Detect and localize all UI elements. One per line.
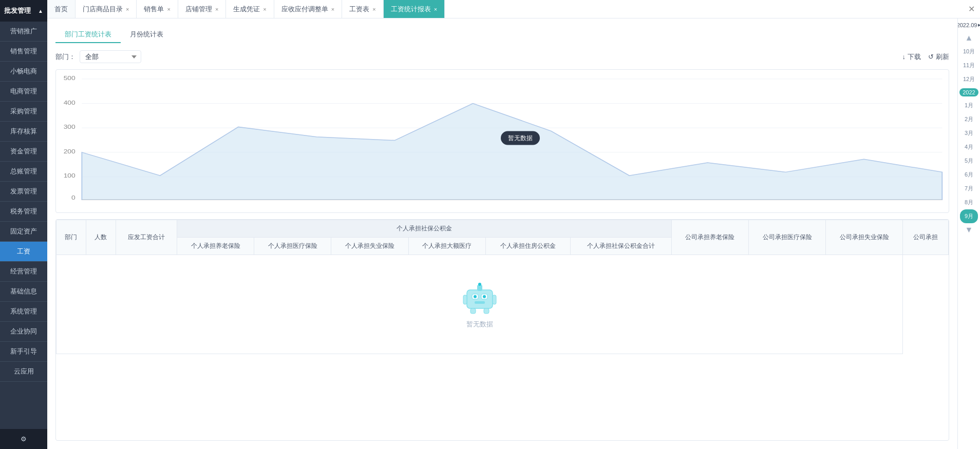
sidebar-item-云应用[interactable]: 云应用 [0, 362, 47, 382]
tab-label: 店铺管理 [185, 5, 212, 14]
tab-label: 工资表 [349, 5, 369, 14]
tab-label: 销售单 [144, 5, 164, 14]
sidebar: 批发管理 ▲ 营销推广销售管理小畅电商电商管理采购管理库存核算资金管理总账管理发… [0, 0, 47, 449]
table-wrapper[interactable]: 部门 人数 应发工资合计 个人承担社保公积金 公司承担养老保险 公司承担医疗保险… [55, 219, 949, 441]
tab-close-icon[interactable]: × [263, 6, 266, 12]
timeline-month-4[interactable]: 4月 [958, 140, 980, 154]
sidebar-item-电商管理[interactable]: 电商管理 [0, 82, 47, 102]
refresh-icon: ↺ [928, 53, 934, 61]
th-personal-pension: 个人承担养老保险 [177, 238, 254, 255]
tab-label: 工资统计报表 [391, 5, 431, 14]
sidebar-item-小畅电商[interactable]: 小畅电商 [0, 62, 47, 82]
sidebar-item-经营管理[interactable]: 经营管理 [0, 262, 47, 282]
download-button[interactable]: ↓ 下载 [902, 52, 921, 62]
table-empty-cell: 暂无数据 [56, 255, 903, 354]
timeline-month-6[interactable]: 6月 [958, 168, 980, 182]
timeline-year-badge[interactable]: 2022 [959, 88, 978, 96]
sidebar-title: 批发管理 [4, 6, 31, 15]
timeline-month-8[interactable]: 8月 [958, 196, 980, 209]
dept-select[interactable]: 全部 [80, 50, 141, 63]
th-personal-unemployment: 个人承担失业保险 [331, 238, 408, 255]
tab-close-icon[interactable]: × [215, 6, 218, 12]
svg-text:400: 400 [64, 100, 76, 106]
dept-label: 部门： [55, 52, 76, 62]
sub-tab-部门工资统计表[interactable]: 部门工资统计表 [55, 27, 121, 43]
empty-icon [459, 280, 500, 316]
svg-rect-23 [493, 295, 496, 304]
tab-close-icon[interactable]: × [167, 6, 170, 12]
sidebar-item-企业协同[interactable]: 企业协同 [0, 322, 47, 342]
th-count: 人数 [86, 220, 116, 255]
sidebar-item-固定资产[interactable]: 固定资产 [0, 222, 47, 242]
sub-tabs: 部门工资统计表月份统计表 [55, 27, 949, 43]
th-personal-social: 个人承担社保公积金 [177, 220, 671, 238]
close-all-button[interactable]: ✕ [963, 4, 980, 14]
tab-label: 首页 [54, 5, 68, 14]
th-personal-total: 个人承担社保公积金合计 [571, 238, 671, 255]
download-icon: ↓ [902, 53, 906, 61]
svg-text:500: 500 [64, 75, 76, 81]
svg-rect-22 [463, 295, 467, 304]
sidebar-item-库存核算[interactable]: 库存核算 [0, 122, 47, 142]
tab-close-icon[interactable]: × [434, 6, 437, 12]
timeline-month-3[interactable]: 3月 [958, 126, 980, 140]
close-all-icon: ✕ [968, 4, 975, 14]
th-company-unemployment: 公司承担失业保险 [826, 220, 903, 255]
sidebar-header[interactable]: 批发管理 ▲ [0, 0, 47, 22]
tab-工资表[interactable]: 工资表× [342, 0, 383, 18]
sidebar-item-总账管理[interactable]: 总账管理 [0, 162, 47, 182]
timeline-panel: 2022.09 ▸ ▲ 10月 11月 12月 2022 1月 2月 3月 4月… [957, 18, 980, 449]
settings-icon: ⚙ [21, 435, 27, 443]
tab-店铺管理[interactable]: 店铺管理× [178, 0, 226, 18]
sidebar-footer[interactable]: ⚙ [0, 429, 47, 449]
timeline-month-11[interactable]: 11月 [958, 58, 980, 72]
timeline-month-7[interactable]: 7月 [958, 182, 980, 196]
sidebar-items: 营销推广销售管理小畅电商电商管理采购管理库存核算资金管理总账管理发票管理税务管理… [0, 22, 47, 382]
th-company-medical: 公司承担医疗保险 [748, 220, 825, 255]
sidebar-item-基础信息[interactable]: 基础信息 [0, 282, 47, 302]
sidebar-item-营销推广[interactable]: 营销推广 [0, 22, 47, 42]
timeline-month-12[interactable]: 12月 [958, 72, 980, 86]
timeline-month-1[interactable]: 1月 [958, 99, 980, 112]
sidebar-item-发票管理[interactable]: 发票管理 [0, 182, 47, 202]
tab-首页[interactable]: 首页 [47, 0, 76, 18]
sidebar-item-销售管理[interactable]: 销售管理 [0, 42, 47, 62]
svg-rect-25 [484, 308, 489, 314]
tab-应收应付调整单[interactable]: 应收应付调整单× [274, 0, 342, 18]
sidebar-item-税务管理[interactable]: 税务管理 [0, 202, 47, 222]
tab-label: 门店商品目录 [83, 5, 123, 14]
timeline-month-9[interactable]: 9月 [960, 209, 978, 223]
svg-text:300: 300 [64, 124, 76, 130]
tab-close-icon[interactable]: × [126, 6, 129, 12]
timeline-chevron-icon: ▸ [978, 22, 980, 28]
timeline-month-2[interactable]: 2月 [958, 112, 980, 126]
sidebar-item-资金管理[interactable]: 资金管理 [0, 142, 47, 162]
tab-close-icon[interactable]: × [372, 6, 375, 12]
tab-close-icon[interactable]: × [331, 6, 334, 12]
timeline-down-arrow[interactable]: ▼ [963, 223, 975, 237]
th-total-wage: 应发工资合计 [116, 220, 177, 255]
tab-门店商品目录[interactable]: 门店商品目录× [76, 0, 137, 18]
sidebar-toggle-icon: ▲ [38, 8, 43, 14]
sidebar-item-系统管理[interactable]: 系统管理 [0, 302, 47, 322]
download-label: 下载 [908, 52, 921, 62]
timeline-month-5[interactable]: 5月 [958, 154, 980, 168]
toolbar-left: 部门： 全部 [55, 50, 141, 63]
sidebar-item-新手引导[interactable]: 新手引导 [0, 342, 47, 362]
main-area: 首页门店商品目录×销售单×店铺管理×生成凭证×应收应付调整单×工资表×工资统计报… [47, 0, 980, 449]
tab-销售单[interactable]: 销售单× [137, 0, 178, 18]
tab-工资统计报表[interactable]: 工资统计报表× [384, 0, 445, 18]
tab-生成凭证[interactable]: 生成凭证× [226, 0, 274, 18]
toolbar: 部门： 全部 ↓ 下载 ↺ 刷新 [55, 50, 949, 63]
svg-point-18 [483, 295, 486, 298]
timeline-up-arrow[interactable]: ▲ [963, 31, 975, 45]
sidebar-item-工资[interactable]: 工资 [0, 242, 47, 262]
sidebar-item-采购管理[interactable]: 采购管理 [0, 102, 47, 122]
svg-rect-14 [467, 290, 493, 308]
refresh-button[interactable]: ↺ 刷新 [928, 52, 949, 62]
th-company-pension: 公司承担养老保险 [671, 220, 748, 255]
content-area: 部门工资统计表月份统计表 部门： 全部 ↓ 下载 ↺ 刷新 [47, 18, 980, 449]
timeline-month-10[interactable]: 10月 [958, 45, 980, 58]
timeline-top-label[interactable]: 2022.09 ▸ [957, 18, 980, 31]
sub-tab-月份统计表[interactable]: 月份统计表 [121, 27, 173, 43]
